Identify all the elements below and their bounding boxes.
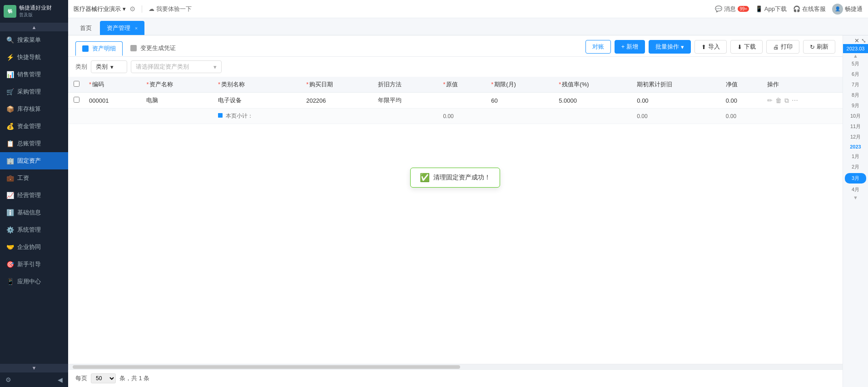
sidebar-item-fixed-assets[interactable]: 🏢 固定资产	[0, 152, 68, 169]
timeline-month-5[interactable]: 5月	[843, 59, 868, 69]
batch-dropdown-icon: ▾	[681, 44, 684, 50]
edit-icon[interactable]: ✏	[767, 97, 773, 104]
scrollbar-thumb[interactable]	[73, 365, 460, 369]
timeline-month-9[interactable]: 9月	[843, 100, 868, 111]
per-page-select[interactable]: 50 100 200	[91, 373, 116, 383]
import-button[interactable]: ⬆ 导入	[694, 40, 727, 54]
timeline-close-icon[interactable]: ✕	[854, 37, 859, 44]
sidebar-item-app-center[interactable]: 📱 应用中心	[0, 273, 68, 290]
sidebar-item-basic-info[interactable]: ℹ️ 基础信息	[0, 204, 68, 221]
timeline-month-2[interactable]: 2月	[843, 162, 868, 172]
sub-tab-asset-detail[interactable]: 资产明细	[75, 41, 123, 56]
data-table-wrap: *编码 *资产名称 *类别名称 *购买日期 折旧方法 *原值 *期限(月) *残…	[68, 77, 843, 364]
sidebar-item-label: 库存核算	[17, 105, 41, 113]
sidebar-item-payroll[interactable]: 💼 工资	[0, 169, 68, 187]
quick-nav-icon: ⚡	[6, 54, 14, 61]
service-icon: 🎧	[793, 5, 800, 12]
company-selector[interactable]: 医疗器械行业演示 ▾	[74, 5, 126, 13]
timeline-month-7[interactable]: 7月	[843, 79, 868, 90]
timeline-month-10[interactable]: 10月	[843, 111, 868, 121]
timeline-panel: ✕ ⤡ 2023.03 ▲ 5月 6月 7月 8月 9月 10月 11月 12月…	[843, 35, 868, 387]
print-icon: 🖨	[773, 44, 779, 50]
pagination-bar: 每页 50 100 200 条，共 1 条	[68, 369, 843, 387]
timeline-month-12[interactable]: 12月	[843, 132, 868, 142]
timeline-up-btn[interactable]: ▲	[843, 53, 868, 59]
timeline-header: 2023.03	[843, 44, 868, 53]
timeline-month-11[interactable]: 11月	[843, 121, 868, 132]
col-header-purchase-date: *购买日期	[302, 77, 373, 93]
sidebar-item-purchase[interactable]: 🛒 采购管理	[0, 83, 68, 100]
import-icon: ⬆	[701, 44, 706, 50]
delete-icon[interactable]: 🗑	[775, 97, 782, 104]
tab-asset-management[interactable]: 资产管理 ×	[100, 21, 144, 35]
row-checkbox[interactable]	[74, 97, 79, 103]
timeline-month-6[interactable]: 6月	[843, 69, 868, 79]
topbar: 医疗器械行业演示 ▾ ⚙ ☁ 我要体验一下 💬 消息 99+ 📱 App下载 🎧	[68, 0, 868, 18]
app-download-btn[interactable]: 📱 App下载	[755, 5, 787, 13]
col-header-actions: 操作	[763, 77, 843, 93]
batch-button[interactable]: 批量操作 ▾	[649, 40, 691, 54]
timeline-month-3-active[interactable]: 3月	[845, 173, 866, 184]
timeline-down-btn[interactable]: ▼	[843, 195, 868, 200]
sidebar-scroll-down[interactable]: ▼	[0, 364, 68, 372]
sidebar-item-operations[interactable]: 📈 经营管理	[0, 187, 68, 204]
tab-close-icon[interactable]: ×	[135, 25, 138, 31]
category-value-select[interactable]: 请选择固定资产类别 ▾	[131, 60, 222, 73]
user-profile[interactable]: 👤 畅捷通	[832, 4, 863, 15]
new-button[interactable]: + 新增	[615, 40, 645, 54]
sidebar-bottom: ⚙ ◀	[0, 372, 68, 387]
category-type-select[interactable]: 类别 ▾	[91, 60, 127, 73]
subtotal-row: 本页小计： 0.00 0.00 0.00	[68, 109, 843, 124]
timeline-month-8[interactable]: 8月	[843, 90, 868, 100]
timeline-section: ▲ 5月 6月 7月 8月 9月 10月 11月 12月 2023 1月 2月 …	[843, 53, 868, 387]
sidebar-item-label: 新手引导	[17, 260, 41, 268]
timeline-expand-icon[interactable]: ⤡	[861, 37, 866, 44]
message-icon: 💬	[715, 5, 722, 12]
download-button[interactable]: ⬇ 下载	[730, 40, 763, 54]
account-button[interactable]: 对账	[585, 40, 611, 54]
settings-gear-icon[interactable]: ⚙	[129, 5, 135, 13]
col-header-code: *编码	[84, 77, 142, 93]
company-dropdown-icon: ▾	[123, 5, 126, 12]
sidebar-item-quick-nav[interactable]: ⚡ 快捷导航	[0, 49, 68, 66]
content-area: 资产明细 变更生成凭证 对账 + 新增 批量操作 ▾ ⬆ 导入	[68, 35, 868, 387]
sidebar-item-ledger[interactable]: 📋 总账管理	[0, 135, 68, 152]
col-header-residual-rate: *残值率(%)	[554, 77, 632, 93]
sidebar-item-label: 快捷导航	[17, 53, 41, 61]
online-service-btn[interactable]: 🎧 在线客服	[793, 5, 826, 13]
col-header-original-value: *原值	[438, 77, 486, 93]
sidebar-collapse-icon[interactable]: ◀	[58, 376, 63, 383]
col-header-name: *资产名称	[142, 77, 213, 93]
table-header-row: *编码 *资产名称 *类别名称 *购买日期 折旧方法 *原值 *期限(月) *残…	[68, 77, 843, 93]
sidebar-item-sales[interactable]: 📊 销售管理	[0, 66, 68, 83]
sidebar-item-inventory[interactable]: 📦 库存核算	[0, 100, 68, 118]
timeline-month-1[interactable]: 1月	[843, 151, 868, 162]
more-icon[interactable]: ⋯	[792, 97, 798, 104]
category-placeholder: 请选择固定资产类别	[136, 63, 189, 71]
settings-icon[interactable]: ⚙	[5, 376, 11, 383]
sidebar-item-enterprise[interactable]: 🤝 企业协同	[0, 238, 68, 256]
timeline-month-4[interactable]: 4月	[843, 184, 868, 195]
sidebar-item-finance[interactable]: 💰 资金管理	[0, 118, 68, 135]
tab-home-label: 首页	[80, 25, 92, 31]
sidebar-item-guide[interactable]: 🎯 新手引导	[0, 256, 68, 273]
sub-tab-change-voucher[interactable]: 变更生成凭证	[124, 41, 183, 55]
print-button[interactable]: 🖨 打印	[766, 40, 799, 54]
cell-category: 电子设备	[213, 93, 302, 109]
purchase-icon: 🛒	[6, 88, 14, 95]
guide-icon: 🎯	[6, 261, 14, 268]
sidebar-item-label: 应用中心	[17, 278, 41, 286]
cell-period: 60	[486, 93, 554, 109]
sidebar-item-label: 工资	[17, 174, 29, 182]
select-all-checkbox[interactable]	[74, 81, 79, 87]
message-btn[interactable]: 💬 消息 99+	[715, 5, 749, 13]
sidebar-scroll-up[interactable]: ▲	[0, 23, 68, 31]
sidebar-item-system[interactable]: ⚙️ 系统管理	[0, 221, 68, 238]
experience-btn[interactable]: ☁ 我要体验一下	[149, 5, 192, 13]
horizontal-scrollbar[interactable]	[68, 364, 843, 369]
copy-icon[interactable]: ⧉	[784, 97, 789, 104]
sidebar-item-search[interactable]: 🔍 搜索菜单	[0, 31, 68, 49]
sidebar-item-label: 固定资产	[17, 157, 41, 165]
tab-home[interactable]: 首页	[74, 21, 98, 35]
refresh-button[interactable]: ↻ 刷新	[803, 40, 835, 54]
